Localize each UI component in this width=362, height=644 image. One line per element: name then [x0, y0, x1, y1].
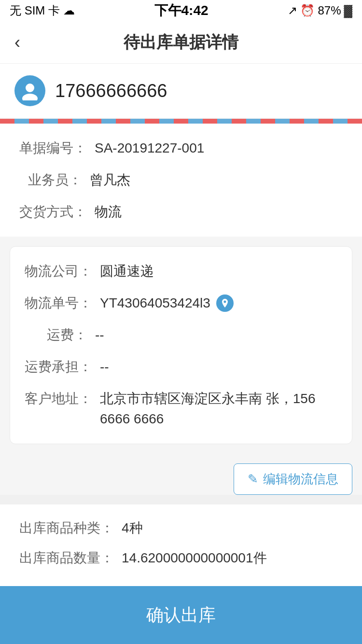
header-card: 17666666666 — [0, 64, 362, 118]
sim-label: 无 SIM 卡 ☁ — [10, 3, 75, 18]
status-time: 下午4:42 — [154, 1, 209, 20]
goods-section: 出库商品种类： 4种 出库商品数量： 14.620000000000001件 — [0, 504, 362, 582]
logistics-freight-bear-label: 运费承担： — [25, 357, 92, 377]
document-row: 单据编号： SA-20191227-001 — [19, 138, 343, 158]
staff-row: 业务员： 曾凡杰 — [19, 170, 343, 190]
edit-logistics-button[interactable]: ✎ 编辑物流信息 — [234, 463, 352, 495]
goods-type-label: 出库商品种类： — [19, 519, 114, 537]
document-label: 单据编号： — [19, 138, 87, 158]
logistics-company-label: 物流公司： — [25, 261, 92, 281]
status-left: 无 SIM 卡 ☁ — [10, 3, 75, 18]
logistics-address-value: 北京市市辖区海淀区永丰南 张，156 6666 6666 — [100, 389, 337, 429]
basic-info-section: 单据编号： SA-20191227-001 业务员： 曾凡杰 交货方式： 物流 — [0, 124, 362, 237]
document-value: SA-20191227-001 — [95, 138, 343, 158]
alarm-icon: ⏰ — [300, 4, 315, 17]
status-right: ↗ ⏰ 87% ▓ — [288, 4, 352, 17]
location-icon: ↗ — [288, 4, 297, 17]
edit-icon: ✎ — [248, 472, 258, 487]
logistics-freight-bear-row: 运费承担： -- — [25, 357, 337, 377]
svg-point-1 — [22, 94, 38, 100]
nav-bar: ‹ 待出库单据详情 — [0, 21, 362, 64]
confirm-bar[interactable]: 确认出库 — [0, 586, 362, 644]
goods-quantity-label: 出库商品数量： — [19, 549, 114, 567]
dashed-divider — [0, 119, 362, 124]
back-button[interactable]: ‹ — [14, 32, 20, 53]
logistics-tracking-label: 物流单号： — [25, 293, 92, 313]
avatar — [14, 75, 45, 106]
goods-type-value: 4种 — [122, 519, 143, 537]
goods-quantity-row: 出库商品数量： 14.620000000000001件 — [19, 549, 343, 567]
delivery-row: 交货方式： 物流 — [19, 202, 343, 222]
staff-value: 曾凡杰 — [90, 170, 343, 190]
logistics-freight-label: 运费： — [25, 325, 87, 345]
logistics-box: 物流公司： 圆通速递 物流单号： YT43064053424l3 运费： -- … — [10, 246, 352, 444]
edit-logistics-label: 编辑物流信息 — [263, 471, 338, 488]
section-divider — [0, 495, 362, 504]
svg-point-0 — [26, 84, 34, 92]
battery-icon: ▓ — [344, 4, 352, 17]
status-bar: 无 SIM 卡 ☁ 下午4:42 ↗ ⏰ 87% ▓ — [0, 0, 362, 21]
edit-logistics-row: ✎ 编辑物流信息 — [0, 454, 362, 495]
goods-type-row: 出库商品种类： 4种 — [19, 519, 343, 537]
logistics-freight-value: -- — [95, 325, 337, 345]
logistics-address-row: 客户地址： 北京市市辖区海淀区永丰南 张，156 6666 6666 — [25, 389, 337, 429]
logistics-company-value: 圆通速递 — [100, 261, 337, 281]
logistics-freight-bear-value: -- — [100, 357, 337, 377]
confirm-button-text: 确认出库 — [146, 603, 216, 627]
battery-label: 87% — [318, 4, 341, 17]
delivery-value: 物流 — [95, 202, 343, 222]
goods-quantity-value: 14.620000000000001件 — [122, 549, 267, 567]
logistics-freight-row: 运费： -- — [25, 325, 337, 345]
logistics-tracking-row: 物流单号： YT43064053424l3 — [25, 293, 337, 313]
page-title: 待出库单据详情 — [124, 31, 238, 54]
logistics-company-row: 物流公司： 圆通速递 — [25, 261, 337, 281]
logistics-address-label: 客户地址： — [25, 389, 92, 409]
logistics-tracking-value: YT43064053424l3 — [100, 293, 337, 313]
delivery-label: 交货方式： — [19, 202, 87, 222]
staff-label: 业务员： — [19, 170, 82, 190]
location-pin-icon[interactable] — [216, 294, 234, 312]
phone-number: 17666666666 — [55, 81, 167, 101]
